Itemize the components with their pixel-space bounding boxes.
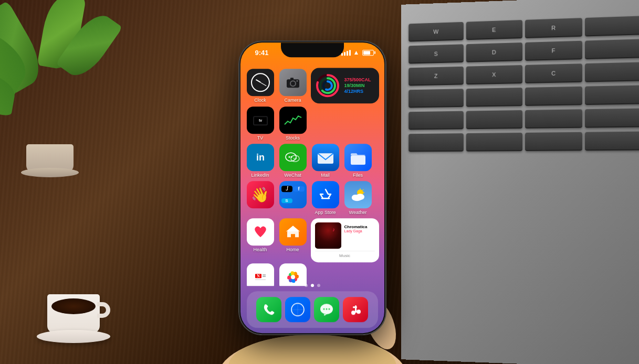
photos-svg (284, 267, 302, 286)
dock-phone[interactable] (256, 297, 281, 322)
mail-label: Mail (321, 173, 330, 178)
tiktok-mini (281, 186, 292, 192)
health-icon-img (247, 218, 274, 245)
health-label: Health (253, 247, 267, 252)
key-blank14 (525, 132, 582, 151)
signal-bar-4 (349, 50, 351, 56)
signal-bar-1 (341, 53, 343, 56)
activity-text: 375/500CAL 19/30MIN 4/12HRS (344, 77, 371, 94)
app-photos[interactable]: Photos (278, 263, 308, 286)
safari-icon (290, 302, 306, 317)
app-clock[interactable]: Clock (246, 69, 275, 103)
svg-text:♪: ♪ (332, 227, 335, 232)
mail-icon-img (312, 144, 339, 171)
key-blank1 (585, 16, 639, 36)
svg-rect-22 (351, 155, 365, 165)
linkedin-label: LinkedIn (251, 173, 269, 178)
photos-icon-img (279, 263, 307, 286)
linkedin-svg: in (253, 150, 268, 165)
wechat-label: WeChat (284, 173, 301, 178)
music-dock-icon (348, 302, 363, 317)
status-time: 9:41 (255, 49, 269, 57)
key-blank4 (408, 89, 463, 108)
phone-wrapper: 9:41 ▲ (239, 41, 386, 335)
appstore-svg (318, 187, 333, 202)
keyboard-row-5 (408, 109, 639, 130)
svg-marker-45 (295, 308, 299, 312)
app-files[interactable]: Files (343, 144, 373, 178)
phone-screen[interactable]: 9:41 ▲ (240, 42, 384, 333)
key-blank12 (408, 133, 463, 152)
files-svg (350, 150, 366, 165)
battery-tip (374, 51, 375, 54)
app-social-folder[interactable]: f S (278, 181, 308, 215)
svg-point-20 (296, 158, 297, 159)
dock-safari[interactable] (285, 297, 310, 322)
app-appstore[interactable]: App Store (311, 181, 340, 215)
app-tv[interactable]: tv TV (246, 106, 275, 141)
app-news[interactable]: N News (246, 263, 275, 286)
dock (247, 291, 378, 328)
svg-marker-44 (296, 307, 300, 311)
svg-point-39 (291, 275, 295, 279)
svg-point-50 (351, 311, 355, 315)
app-activity[interactable]: 375/500CAL 19/30MIN 4/12HRS (311, 68, 379, 103)
key-w: W (408, 22, 463, 42)
wechat-svg (285, 151, 301, 164)
app-camera[interactable]: Camera (278, 69, 308, 103)
dock-music[interactable] (343, 297, 368, 322)
activity-hrs: 4/12HRS (344, 89, 371, 94)
dot-2-active (311, 284, 314, 287)
svg-point-48 (326, 308, 328, 310)
appstore-label: App Store (315, 210, 336, 215)
keyboard-row-6 (408, 132, 639, 152)
app-wave[interactable]: 👋 (246, 181, 275, 215)
app-health[interactable]: Health (246, 218, 275, 252)
app-mail[interactable]: Mail (311, 144, 340, 178)
app-linkedin[interactable]: in LinkedIn (246, 144, 275, 178)
signal-bar-2 (344, 52, 345, 56)
svg-point-19 (294, 158, 295, 159)
phone-icon (261, 302, 276, 317)
key-d: D (466, 42, 522, 62)
key-e: E (466, 20, 522, 40)
mail-svg (317, 151, 334, 164)
music-widget[interactable]: ♪ Chromatica Lady Gaga Music (311, 218, 379, 262)
files-icon-img (344, 144, 372, 171)
music-info: Chromatica Lady Gaga (344, 222, 368, 233)
music-widget-content: ♪ Chromatica Lady Gaga (315, 222, 375, 249)
keyboard: W E R S D F Z X C (401, 0, 639, 364)
home-label: Home (286, 247, 299, 252)
stocks-icon-img (279, 106, 307, 134)
key-blank5 (466, 88, 522, 107)
battery-fill (363, 51, 371, 55)
svg-point-18 (291, 155, 299, 162)
signal-bar-3 (347, 51, 348, 56)
home-svg (285, 224, 301, 239)
svg-line-26 (363, 189, 363, 190)
coffee-cup-area (32, 259, 126, 343)
dock-messages[interactable] (314, 297, 339, 322)
svg-text:in: in (256, 152, 265, 163)
app-wechat[interactable]: WeChat (278, 144, 308, 178)
app-weather[interactable]: Weather (343, 181, 373, 215)
svg-rect-3 (290, 78, 294, 80)
dot-1 (305, 284, 308, 287)
music-note-icon: ♪ (332, 225, 339, 231)
key-blank8 (408, 111, 463, 130)
tv-svg: tv (252, 114, 269, 126)
camera-icon-img (279, 69, 307, 96)
key-c: C (525, 63, 582, 83)
key-blank7 (585, 85, 639, 105)
clock-minute-hand (260, 82, 266, 85)
key-r: R (525, 18, 582, 38)
music-note-svg: ♪ (332, 226, 339, 232)
appstore-icon-img (312, 181, 339, 208)
clock-face (251, 73, 270, 92)
app-home[interactable]: Home (278, 218, 308, 252)
weather-icon-img (344, 181, 372, 208)
key-blank6 (525, 87, 582, 106)
music-divider (315, 251, 375, 251)
app-stocks[interactable]: Stocks (278, 106, 308, 141)
plant-saucer (21, 168, 79, 177)
